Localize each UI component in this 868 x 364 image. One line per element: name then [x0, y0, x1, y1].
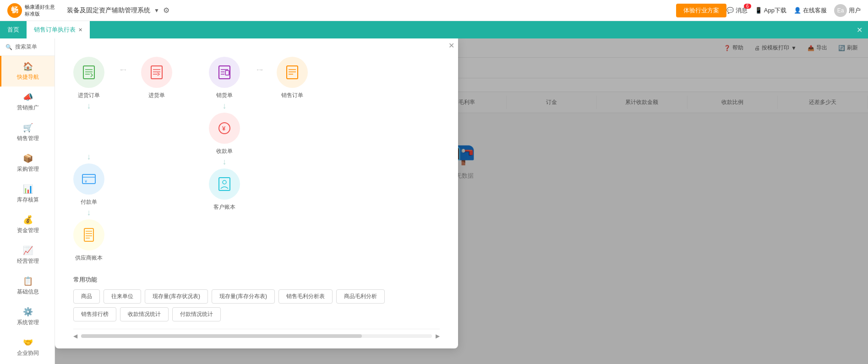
customer-ledger-node[interactable]: 客户账本	[209, 168, 240, 211]
purchase-order-label: 进货订单	[78, 92, 100, 99]
sales-bill-label: 销货单	[216, 92, 233, 99]
func-btn-stock-dist[interactable]: 现存量(库存分布表)	[212, 289, 275, 304]
marketing-icon: 📣	[23, 92, 33, 102]
spacer-1	[73, 113, 104, 144]
left-flow: 进货订单 ↓ ↓	[73, 57, 104, 262]
common-functions: 常用功能 商品 往来单位 现存量(库存状况表) 现存量(库存分布表) 销售毛利分…	[73, 276, 440, 321]
modal-close-button[interactable]: ✕	[448, 42, 454, 49]
purchase-order-node[interactable]: 进货订单	[73, 57, 104, 99]
basic-info-icon: 📋	[23, 276, 33, 286]
scroll-thumb	[81, 334, 362, 338]
sidebar-item-enterprise[interactable]: 🤝 企业协同	[0, 332, 55, 363]
system-dropdown-button[interactable]: ▼	[154, 7, 159, 14]
user-avatar: Ea	[834, 4, 847, 17]
arrow-down-2: ↓	[87, 152, 91, 162]
tab-bar: 首页 销售订单执行表 ✕ ✕	[0, 21, 868, 38]
enterprise-label: 企业协同	[17, 349, 39, 357]
sidebar-item-system[interactable]: ⚙️ 系统管理	[0, 301, 55, 332]
supplier-ledger-circle	[73, 219, 104, 250]
sales-bill-node[interactable]: 销货单	[209, 57, 240, 99]
purchase-bill-column: 进货单	[141, 57, 172, 99]
search-icon: 🔍	[5, 44, 12, 50]
home-tab-label: 首页	[7, 26, 19, 34]
message-button[interactable]: 💬 消息 6	[726, 6, 748, 15]
purchase-order-circle	[73, 57, 104, 88]
receipt-node[interactable]: ¥ 收款单	[209, 113, 240, 155]
sidebar-item-quick-nav[interactable]: 🏠 快捷导航	[0, 56, 55, 87]
quick-nav-icon: 🏠	[23, 61, 33, 71]
arrow-down-s2: ↓	[223, 157, 227, 167]
online-service-button[interactable]: 👤 在线客服	[794, 6, 827, 15]
svg-rect-25	[287, 66, 298, 79]
top-header: 畅 畅康通好生意 标准版 装备及固定资产辅助管理系统 ▼ ⚙ 体验行业方案 💬 …	[0, 0, 868, 21]
header-right: 💬 消息 6 📱 App下载 👤 在线客服 Ea 用户	[726, 4, 861, 17]
inventory-label: 库存核算	[17, 196, 39, 204]
search-menu-button[interactable]: 🔍 搜索菜单	[0, 38, 55, 56]
app-download-button[interactable]: 📱 App下载	[755, 6, 786, 15]
close-all-tabs-button[interactable]: ✕	[857, 26, 863, 34]
basic-info-label: 基础信息	[17, 288, 39, 296]
func-btn-product[interactable]: 商品	[73, 289, 100, 304]
sales-order-flow-node[interactable]: 销售订单	[277, 57, 308, 99]
scroll-left-button[interactable]: ◀	[73, 333, 77, 339]
sidebar-item-basic-info[interactable]: 📋 基础信息	[0, 271, 55, 301]
svg-text:¥: ¥	[84, 179, 87, 184]
trial-button[interactable]: 体验行业方案	[676, 4, 726, 17]
supplier-ledger-label: 供应商账本	[75, 254, 103, 262]
customer-ledger-circle	[209, 168, 240, 200]
logo-area: 畅 畅康通好生意 标准版	[7, 3, 62, 18]
sidebar-item-inventory[interactable]: 📊 库存核算	[0, 179, 55, 209]
main-layout: 🔍 搜索菜单 🏠 快捷导航 📣 营销推广 🛒 销售管理 📦 采购管理 📊 库存核…	[0, 38, 868, 364]
purchase-icon: 📦	[23, 153, 33, 163]
func-buttons-row1: 商品 往来单位 现存量(库存状况表) 现存量(库存分布表) 销售毛利分析表 商品…	[73, 289, 440, 304]
tab-home[interactable]: 首页	[0, 21, 27, 38]
finance-label: 资金管理	[17, 227, 39, 234]
finance-icon: 💰	[23, 215, 33, 225]
func-btn-sales-profit[interactable]: 销售毛利分析表	[278, 289, 333, 304]
quick-nav-modal: ✕	[55, 38, 458, 348]
tab-sales-order[interactable]: 销售订单执行表 ✕	[27, 21, 90, 38]
arrow-down-1: ↓	[87, 101, 91, 111]
sales-label: 销售管理	[17, 135, 39, 142]
quick-nav-label: 快捷导航	[17, 73, 39, 81]
gear-button[interactable]: ⚙	[163, 6, 169, 15]
sidebar-item-sales[interactable]: 🛒 销售管理	[0, 117, 55, 148]
sales-bill-column: 销货单 ↓ ¥ 收款单	[209, 57, 240, 211]
func-btn-partner[interactable]: 往来单位	[104, 289, 141, 304]
modal-scrollbar: ◀ ▶	[73, 329, 440, 339]
tab-close-icon[interactable]: ✕	[78, 27, 82, 33]
payment-node[interactable]: ¥ 付款单	[73, 163, 104, 206]
sidebar-item-purchase[interactable]: 📦 采购管理	[0, 148, 55, 179]
func-btn-sales-rank[interactable]: 销售排行榜	[73, 307, 116, 321]
receipt-circle: ¥	[209, 113, 240, 144]
user-area[interactable]: Ea 用户	[834, 4, 861, 17]
system-title: 装备及固定资产辅助管理系统	[67, 6, 150, 15]
system-label: 系统管理	[17, 319, 39, 326]
operations-label: 经营管理	[17, 257, 39, 265]
logo-icon: 畅	[7, 3, 22, 18]
func-btn-stock-status[interactable]: 现存量(库存状况表)	[145, 289, 208, 304]
func-btn-receipt-stats[interactable]: 收款情况统计	[120, 307, 169, 321]
sidebar-item-operations[interactable]: 📈 经营管理	[0, 240, 55, 271]
sales-order-circle	[277, 57, 308, 88]
service-icon: 👤	[794, 7, 801, 14]
func-btn-product-profit[interactable]: 商品毛利分析	[336, 289, 385, 304]
sidebar-item-finance[interactable]: 💰 资金管理	[0, 209, 55, 240]
scroll-right-button[interactable]: ▶	[436, 333, 440, 339]
app-download-label: App下载	[764, 6, 786, 15]
svg-rect-20	[225, 71, 229, 75]
sales-order-tab-label: 销售订单执行表	[34, 26, 76, 34]
sales-icon: 🛒	[23, 123, 33, 133]
sales-bill-circle	[209, 57, 240, 88]
h-arrow-1: - - - - →	[104, 57, 141, 73]
purchase-bill-node[interactable]: 进货单	[141, 57, 172, 99]
content-area: ❓ 帮助 🖨 按模板打印 ▼ 📤 导出 🔄 刷新 📅 📅	[55, 38, 868, 364]
modal-overlay[interactable]: ✕	[55, 38, 868, 364]
sidebar-item-marketing[interactable]: 📣 营销推广	[0, 87, 55, 117]
svg-text:¥: ¥	[222, 125, 226, 132]
func-btn-payment-stats[interactable]: 付款情况统计	[172, 307, 221, 321]
h-arrow-2: ← - - - -	[240, 57, 277, 73]
supplier-ledger-node[interactable]: 供应商账本	[73, 219, 104, 262]
purchase-label: 采购管理	[17, 165, 39, 173]
common-functions-title: 常用功能	[73, 276, 440, 284]
